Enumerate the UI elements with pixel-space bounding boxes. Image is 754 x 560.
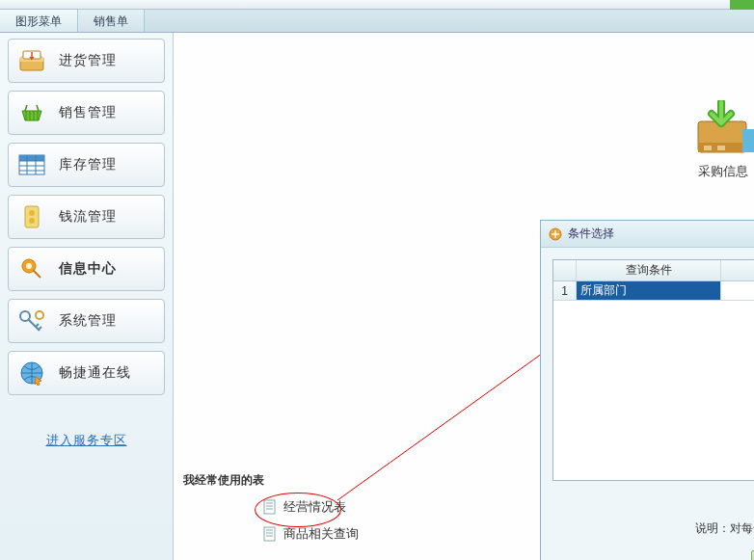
tab-graphic-menu[interactable]: 图形菜单 [0,10,78,32]
svg-point-11 [36,311,43,319]
grid-icon [16,149,47,180]
purchase-info-icon [692,100,754,156]
sidebar-item-label: 系统管理 [59,312,117,330]
purchase-info-label: 采购信息 [692,163,754,180]
sidebar: 进货管理 销售管理 库存管理 钱流管理 信息中心 [0,33,174,560]
grid-cell-condition[interactable]: 所属部门 [577,281,721,301]
main-area: 进货管理 销售管理 库存管理 钱流管理 信息中心 [0,33,754,560]
sidebar-item-label: 库存管理 [59,156,117,173]
dialog-note: 说明：对每一项，如果不选，则为全部！ [695,520,754,537]
svg-rect-18 [264,500,275,514]
grid-header-rownum [553,260,577,280]
purchase-info-tile[interactable]: 采购信息 [692,100,754,180]
coins-icon [16,201,47,232]
purchase-box-icon [16,45,47,76]
document-icon [262,526,278,542]
sidebar-item-cashflow[interactable]: 钱流管理 [8,195,165,239]
plus-circle-icon [549,227,562,241]
svg-rect-17 [742,129,754,152]
sidebar-item-label: 钱流管理 [59,208,117,226]
sidebar-item-purchase[interactable]: 进货管理 [8,39,165,83]
sidebar-item-system[interactable]: 系统管理 [8,299,165,343]
document-icon [262,499,278,515]
dialog-titlebar[interactable]: 条件选择 [541,221,754,248]
svg-point-9 [26,263,32,269]
content-area: 采购信息 我经常使用的表 经营情况表 商品相关查询 条件选择 [174,33,754,560]
freq-tables-heading: 我经常使用的表 [183,472,264,489]
svg-rect-15 [704,146,712,150]
corner-strip [730,0,754,10]
grid-cell-rownum: 1 [553,281,577,301]
dialog-title-text: 条件选择 [568,226,614,242]
svg-point-7 [29,218,35,224]
criteria-grid: 查询条件 查询值 1 所属部门 ⋯ [552,259,754,481]
sidebar-item-infocenter[interactable]: 信息中心 [8,247,165,291]
window-top-strip [0,0,754,10]
sidebar-item-sales[interactable]: 销售管理 [8,91,165,135]
freq-tables-list: 经营情况表 商品相关查询 [262,493,359,547]
freq-item-label: 经营情况表 [283,498,346,516]
grid-cell-value[interactable]: ⋯ [721,281,754,301]
freq-item-label: 商品相关查询 [283,525,359,543]
tabs-bar: 图形菜单 销售单 [0,10,754,33]
svg-rect-16 [717,146,725,150]
freq-item-product-query[interactable]: 商品相关查询 [262,520,359,547]
grid-header-value: 查询值 [721,260,754,280]
grid-row: 1 所属部门 ⋯ [553,281,754,301]
globe-icon [16,358,47,388]
sidebar-item-label: 畅捷通在线 [59,364,131,382]
pin-icon [16,253,47,284]
svg-point-6 [29,210,35,216]
sidebar-item-label: 销售管理 [59,104,117,121]
sidebar-item-label: 信息中心 [59,260,117,278]
freq-item-business-status[interactable]: 经营情况表 [262,493,359,520]
svg-rect-4 [19,155,44,161]
condition-select-dialog: 条件选择 查询条件 查询值 1 所属部门 [540,220,754,560]
sidebar-item-label: 进货管理 [59,52,117,69]
sidebar-item-inventory[interactable]: 库存管理 [8,143,165,187]
basket-icon [16,97,47,128]
tab-sales-order[interactable]: 销售单 [78,10,145,32]
sidebar-item-online[interactable]: 畅捷通在线 [8,351,165,395]
grid-header: 查询条件 查询值 [553,260,754,281]
key-icon [16,306,47,336]
svg-rect-19 [264,527,275,541]
service-zone-link[interactable]: 进入服务专区 [8,432,165,449]
value-input[interactable] [725,281,754,300]
dialog-body: 查询条件 查询值 1 所属部门 ⋯ 说明：对每一项，如果不选，则为全部！ 确定( [541,248,754,560]
grid-header-condition: 查询条件 [577,260,721,280]
svg-rect-5 [25,206,39,227]
